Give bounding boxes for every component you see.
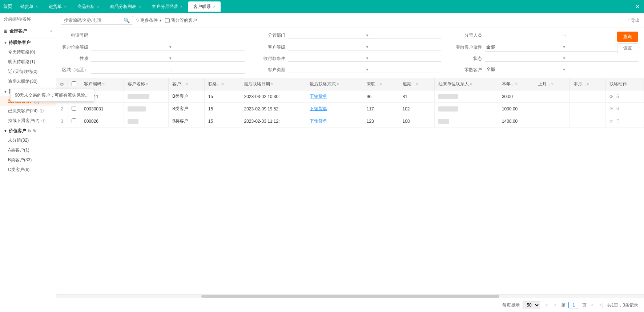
th-this-month[interactable]: 本月...⇅ (570, 78, 606, 90)
region-select[interactable]: ··· (91, 66, 245, 74)
status-select[interactable]: ▼ (485, 55, 638, 62)
action-more-icon-3[interactable]: ⠿ (616, 119, 619, 124)
select-all-checkbox[interactable] (72, 81, 76, 86)
th-last-contact-method[interactable]: 最后联络方式⇅ (306, 78, 363, 90)
close-tab-customer-segmentation[interactable]: × (180, 4, 182, 9)
next-page-button[interactable]: > (589, 302, 595, 308)
row-checkbox-2[interactable] (72, 106, 76, 111)
sidebar-collapse-icon[interactable]: « (50, 29, 52, 33)
action-more-icon-2[interactable]: ⠿ (616, 106, 619, 112)
tab-customer-contact[interactable]: 客户联系 × (188, 1, 220, 12)
row-check-2[interactable] (68, 103, 80, 115)
sidebar-group-value-header[interactable]: ▼ 价值客户 ↻ ✎ (0, 126, 56, 135)
filter-icon: ▽ (136, 18, 139, 23)
sidebar-item-overdue-pending[interactable]: 逾期未联络(30) (0, 77, 56, 86)
row-check-3[interactable] (68, 115, 80, 127)
customer-type-select[interactable]: ▼ (288, 66, 442, 73)
payment-select[interactable]: ▼ (288, 55, 442, 62)
th-contacts[interactable]: 往来单位联系人⇅ (435, 78, 498, 90)
sidebar-item-ungrouped[interactable]: 未分组(32) (0, 135, 56, 145)
prev-page-button[interactable]: < (552, 302, 558, 308)
manager-select[interactable]: ··· (485, 32, 638, 39)
page-label: 第 (561, 302, 565, 308)
scrollbar-thumb[interactable] (201, 295, 499, 298)
row-this-year-2: 1000.00 (498, 103, 534, 115)
th-checkbox[interactable] (68, 78, 80, 90)
th-last-contact-date[interactable]: 最后联络日期⇅ (240, 78, 306, 90)
close-tab-product-analysis-list[interactable]: × (138, 4, 141, 9)
sidebar-item-7days-pending[interactable]: 近7天待联络(0) (0, 67, 56, 77)
th-overdue[interactable]: 逾期...⇅ (399, 78, 435, 90)
edit-icon[interactable]: ✎ (33, 129, 36, 134)
th-last-month[interactable]: 上月...⇅ (534, 78, 570, 90)
query-button[interactable]: 查询 (617, 32, 638, 42)
row-checkbox-3[interactable] (72, 118, 76, 123)
sidebar-item-tomorrow-pending[interactable]: 明天待联络(1) (0, 57, 56, 67)
close-tab-purchase-order[interactable]: × (64, 4, 66, 9)
action-contact-icon-2[interactable]: ⟳ (609, 106, 613, 112)
action-contact-icon-3[interactable]: ⟳ (609, 119, 613, 124)
filter-row-2: 客户价格等级 ▼ 客户等级 ▼ 零散客户属性 全部 (62, 43, 638, 52)
sidebar-item-today-pending[interactable]: 今天待联络(0) (0, 47, 56, 57)
tab-home[interactable]: 首页 (3, 3, 12, 10)
sidebar-item-churned[interactable]: 已流失客户(24) ⓘ (0, 106, 56, 116)
th-contact-count[interactable]: 联络...⇅ (204, 78, 240, 90)
sidebar-item-class-a[interactable]: A类客户(1) (0, 145, 56, 155)
sidebar-item-class-c[interactable]: C类客户(6) (0, 165, 56, 175)
phone-input[interactable] (91, 32, 245, 39)
action-contact-icon-1[interactable]: ⟳ (609, 94, 613, 99)
link-method-2[interactable]: 下销货单 (310, 106, 327, 111)
row-contacts-1 (435, 90, 498, 103)
sidebar-all-customers[interactable]: ⊞ 全部客户 « (0, 25, 56, 37)
action-more-icon-1[interactable]: ⠿ (616, 94, 619, 99)
th-customer-code[interactable]: 客户编码⇅ (80, 78, 124, 90)
export-button[interactable]: ↑ 导出 (628, 17, 640, 24)
tab-product-analysis-list[interactable]: 商品分析列表 × (105, 1, 146, 12)
refresh-icon[interactable]: ↻ (28, 129, 31, 134)
tab-purchase-order[interactable]: 进货单 × (44, 1, 71, 12)
zero-customer-select[interactable]: 全部 ▼ (485, 65, 638, 74)
customer-level-select[interactable]: ▼ (288, 44, 442, 50)
sidebar-item-declining[interactable]: 持续下滑客户(2) ⓘ (0, 116, 56, 126)
th-settings[interactable]: ⚙ (56, 78, 68, 90)
row-method-1[interactable]: 下销货单 (306, 90, 363, 103)
more-conditions-button[interactable]: ▽ 更多条件 ▲ (136, 17, 162, 24)
tab-sales-order[interactable]: 销货单 × (15, 1, 43, 12)
last-page-button[interactable]: >| (598, 302, 604, 308)
sidebar-item-class-b[interactable]: B类客户(33) (0, 155, 56, 165)
row-method-3[interactable]: 下销货单 (306, 115, 363, 127)
tab-customer-segmentation[interactable]: 客户分层经营 × (147, 1, 188, 12)
link-method-1[interactable]: 下销货单 (310, 94, 327, 99)
tab-product-analysis[interactable]: 商品分析 × (72, 1, 104, 12)
th-customer-name[interactable]: 客户名称⇅ (124, 78, 168, 90)
first-page-button[interactable]: |< (543, 302, 550, 308)
tooltip-churn-warning: 90天未交易的客户，可能有流失风险。 (10, 89, 56, 102)
row-not-contacted-3: 123 (363, 115, 399, 127)
close-tab-customer-contact[interactable]: × (213, 4, 215, 9)
close-tab-product-analysis[interactable]: × (97, 4, 99, 9)
zero-attr-select[interactable]: 全部 ▼ (485, 43, 638, 52)
search-button-icon[interactable]: 🔍 (124, 17, 130, 23)
dept-select[interactable]: ▼ (288, 32, 442, 39)
price-level-select[interactable]: ▼ (91, 44, 245, 50)
settings-button[interactable]: 设置 (617, 43, 638, 53)
th-customer-type[interactable]: 客户...⇅ (169, 78, 205, 90)
th-not-contacted[interactable]: 未联...⇅ (363, 78, 399, 90)
page-number-input[interactable] (568, 302, 579, 308)
row-contacts-3 (435, 115, 498, 127)
nature-select[interactable]: ▼ (91, 55, 245, 62)
close-tab-sales-order[interactable]: × (36, 4, 38, 9)
content-area: 🔍 ▽ 更多条件 ▲ 我分管的客户 ↑ 导出 电话号码 (56, 13, 644, 312)
link-method-3[interactable]: 下销货单 (310, 118, 327, 123)
my-customers-checkbox[interactable]: 我分管的客户 (165, 17, 197, 24)
search-input[interactable] (64, 18, 122, 23)
sidebar-search-input[interactable] (4, 16, 56, 21)
th-this-year[interactable]: 本年...⇅ (498, 78, 534, 90)
sidebar-group-pending-header[interactable]: ▼ 待联络客户 (0, 37, 56, 47)
per-page-select[interactable]: 50 (523, 301, 540, 309)
my-customers-check[interactable] (165, 18, 170, 23)
horizontal-scrollbar[interactable] (56, 294, 644, 298)
row-action-2: ⟳ ⠿ (606, 103, 644, 115)
close-all-tabs[interactable]: ✕ (635, 3, 640, 10)
row-method-2[interactable]: 下销货单 (306, 103, 363, 115)
